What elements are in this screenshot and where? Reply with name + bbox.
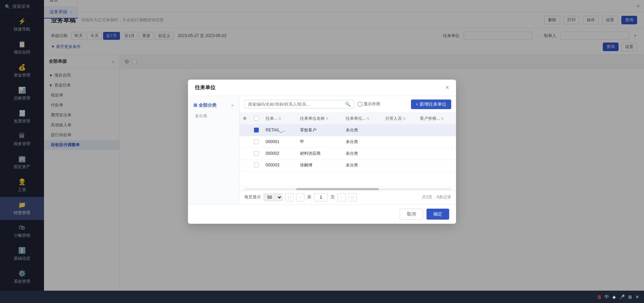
show-disabled-checkbox[interactable] — [358, 102, 362, 106]
row-name: 材料供应商 — [297, 148, 342, 159]
row-checkbox[interactable] — [251, 148, 262, 159]
unclassified-label: 未分类 — [195, 114, 207, 118]
row-code: RETAIL_... — [262, 124, 297, 136]
row-price-level — [417, 148, 456, 159]
prev-page-btn[interactable]: ‹ — [296, 193, 304, 201]
row-price-level — [417, 159, 456, 171]
row-name: 零散客户 — [297, 124, 342, 136]
col-price-level[interactable]: 客户价格...⇅ — [417, 113, 456, 125]
dialog-table: ⚙ 往来...⇅ 往来单位名称⇅ 往来单位...⇅ 分管人员⇅ 客户价格...⇅… — [240, 113, 456, 186]
row-manager — [382, 124, 417, 136]
row-checkbox[interactable] — [251, 124, 262, 136]
row-manager — [382, 159, 417, 171]
col-manager[interactable]: 分管人员⇅ — [382, 113, 417, 125]
taskbar-s: S — [598, 294, 601, 300]
col-code[interactable]: 往来...⇅ — [262, 113, 297, 125]
dialog-close-button[interactable]: × — [445, 84, 449, 91]
partner-table: ⚙ 往来...⇅ 往来单位名称⇅ 往来单位...⇅ 分管人员⇅ 客户价格...⇅… — [240, 113, 456, 171]
total-info: 共1页，4条记录 — [422, 194, 451, 200]
dialog-pagination: 每页显示 50 100 ⟨⟨ ‹ 第 页 › ⟩⟩ 共1页，4条记录 — [240, 190, 456, 204]
taskbar-lang[interactable]: 中 — [604, 294, 609, 300]
next-page-btn[interactable]: › — [337, 193, 346, 201]
category-all-label: 全部分类 — [199, 102, 216, 108]
row-checkbox[interactable] — [251, 159, 262, 171]
row-price-level — [417, 124, 456, 136]
dialog-unclassified-item[interactable]: 未分类 — [188, 111, 239, 121]
dialog-body: ⊞ 全部分类 « 未分类 🔍 显示停用 + 新增往来单位 — [188, 96, 456, 204]
search-icon: 🔍 — [345, 102, 351, 107]
col-checkbox — [251, 113, 262, 125]
table-row[interactable]: 000002 材料供应商 未分类 — [240, 148, 456, 159]
dialog-left-panel: ⊞ 全部分类 « 未分类 — [188, 96, 240, 204]
row-price-level — [417, 136, 456, 148]
taskbar-grid[interactable]: ⊞ — [628, 294, 632, 300]
col-settings: ⚙ — [240, 113, 251, 125]
row-category: 未分类 — [342, 159, 382, 171]
row-manager — [382, 148, 417, 159]
partner-search-input[interactable] — [248, 102, 343, 107]
cancel-button[interactable]: 取消 — [400, 209, 423, 220]
page-word: 第 — [307, 194, 311, 200]
add-partner-button[interactable]: + 新增往来单位 — [411, 100, 451, 109]
taskbar-mic[interactable]: 🎤 — [619, 294, 625, 300]
row-settings — [240, 136, 251, 148]
row-code: 000002 — [262, 148, 297, 159]
taskbar: S 中 ◆ 🎤 ⊞ ✕ — [0, 291, 644, 303]
dialog-header: 往来单位 × — [188, 80, 456, 96]
page-end-word: 页 — [331, 194, 335, 200]
col-name[interactable]: 往来单位名称⇅ — [297, 113, 342, 125]
dialog-toolbar: 🔍 显示停用 + 新增往来单位 — [240, 96, 456, 113]
first-page-btn[interactable]: ⟨⟨ — [285, 193, 293, 201]
row-settings — [240, 159, 251, 171]
row-code: 000001 — [262, 136, 297, 148]
dialog-category-all[interactable]: ⊞ 全部分类 « — [188, 100, 239, 111]
category-collapse-icon[interactable]: « — [231, 103, 234, 108]
taskbar-diamond[interactable]: ◆ — [612, 294, 616, 300]
dialog-scrollbar-area — [240, 186, 456, 190]
last-page-btn[interactable]: ⟩⟩ — [348, 193, 357, 201]
show-disabled-label: 显示停用 — [364, 101, 380, 107]
row-category: 未分类 — [342, 136, 382, 148]
table-row[interactable]: 000003 张嗣傅 未分类 — [240, 159, 456, 171]
col-category[interactable]: 往来单位...⇅ — [342, 113, 382, 125]
dialog-footer: 取消 确定 — [188, 204, 456, 224]
per-page-select[interactable]: 50 100 — [264, 194, 282, 201]
partner-dialog: 往来单位 × ⊞ 全部分类 « 未分类 🔍 显示停用 — [188, 80, 456, 224]
row-checkbox[interactable] — [251, 136, 262, 148]
confirm-button[interactable]: 确定 — [426, 209, 449, 220]
row-code: 000003 — [262, 159, 297, 171]
category-grid-icon: ⊞ — [193, 103, 197, 108]
per-page-label: 每页显示 — [244, 194, 261, 200]
partner-search-box[interactable]: 🔍 — [244, 100, 354, 108]
dialog-title: 往来单位 — [195, 84, 215, 91]
row-category: 未分类 — [342, 124, 382, 136]
row-manager — [382, 136, 417, 148]
table-header-row: ⚙ 往来...⇅ 往来单位名称⇅ 往来单位...⇅ 分管人员⇅ 客户价格...⇅ — [240, 113, 456, 125]
row-name: 张嗣傅 — [297, 159, 342, 171]
row-settings — [240, 148, 251, 159]
table-row[interactable]: 000001 甲 未分类 — [240, 136, 456, 148]
show-disabled-toggle[interactable]: 显示停用 — [358, 101, 380, 107]
page-number-input[interactable] — [314, 193, 328, 201]
table-row[interactable]: RETAIL_... 零散客户 未分类 — [240, 124, 456, 136]
dialog-right-panel: 🔍 显示停用 + 新增往来单位 ⚙ 往来...⇅ 往来单位名称⇅ — [240, 96, 456, 204]
taskbar-close[interactable]: ✕ — [635, 294, 639, 300]
row-category: 未分类 — [342, 148, 382, 159]
row-settings — [240, 124, 251, 136]
row-name: 甲 — [297, 136, 342, 148]
